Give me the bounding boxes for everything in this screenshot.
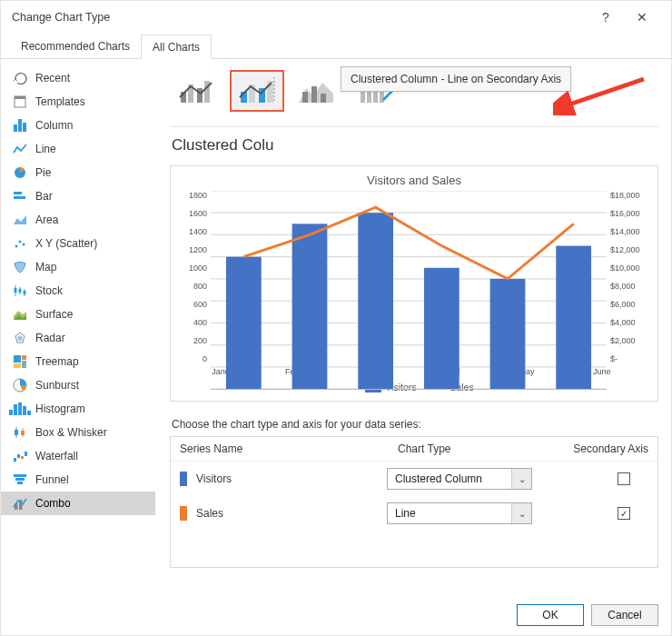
series-chart-type-select[interactable]: Clustered Column⌄ bbox=[387, 468, 532, 490]
chart-type-icon bbox=[12, 259, 28, 275]
svg-rect-14 bbox=[24, 291, 26, 294]
series-swatch bbox=[180, 472, 187, 486]
series-name: Visitors bbox=[196, 472, 360, 485]
combo-subtype-3[interactable] bbox=[290, 70, 344, 112]
chart-type-icon bbox=[12, 353, 28, 370]
chart-type-icon bbox=[12, 424, 28, 441]
cancel-button[interactable]: Cancel bbox=[591, 604, 658, 626]
svg-rect-34 bbox=[17, 482, 23, 484]
sidebar-item-label: Surface bbox=[35, 308, 73, 321]
chart-type-icon bbox=[12, 164, 28, 181]
sidebar-item-label: Column bbox=[35, 119, 73, 132]
sidebar-item-bar[interactable]: Bar bbox=[1, 184, 155, 208]
sidebar-item-histogram[interactable]: Histogram bbox=[1, 397, 155, 421]
svg-line-56 bbox=[564, 79, 644, 106]
chart-type-icon bbox=[12, 401, 28, 417]
chart-title: Visitors and Sales bbox=[180, 174, 648, 187]
dialog-footer: OK Cancel bbox=[1, 595, 671, 635]
chart-type-icon bbox=[12, 141, 28, 157]
chart-type-icon bbox=[12, 330, 28, 346]
svg-marker-18 bbox=[17, 335, 23, 341]
titlebar: Change Chart Type ? ✕ bbox=[1, 1, 671, 34]
sidebar-item-label: X Y (Scatter) bbox=[35, 237, 97, 250]
dialog-body: RecentTemplatesColumnLinePieBarAreaX Y (… bbox=[1, 59, 671, 595]
svg-rect-25 bbox=[15, 430, 18, 435]
subtype-tooltip: Clustered Column - Line on Secondary Axi… bbox=[341, 66, 571, 92]
sidebar-item-treemap[interactable]: Treemap bbox=[1, 350, 155, 373]
sidebar-item-templates[interactable]: Templates bbox=[1, 90, 155, 114]
sidebar-item-label: Map bbox=[35, 261, 56, 273]
chart-type-icon bbox=[12, 117, 28, 134]
chart-type-icon bbox=[12, 306, 28, 323]
sidebar-item-stock[interactable]: Stock bbox=[1, 279, 155, 303]
sidebar-item-label: Radar bbox=[35, 332, 65, 344]
svg-rect-49 bbox=[321, 94, 326, 103]
tab-recommended-charts[interactable]: Recommended Charts bbox=[10, 35, 141, 59]
chevron-down-icon: ⌄ bbox=[511, 469, 531, 489]
series-config-box: Series Name Chart Type Secondary Axis Vi… bbox=[170, 436, 658, 568]
sidebar-item-funnel[interactable]: Funnel bbox=[1, 468, 155, 492]
chart-type-icon bbox=[12, 472, 28, 488]
sidebar-item-waterfall[interactable]: Waterfall bbox=[1, 444, 155, 468]
svg-rect-4 bbox=[14, 196, 25, 199]
sidebar-item-box-whisker[interactable]: Box & Whisker bbox=[1, 421, 155, 444]
svg-rect-52 bbox=[373, 92, 378, 103]
sidebar-item-label: Histogram bbox=[35, 402, 85, 415]
svg-rect-22 bbox=[14, 363, 21, 368]
secondary-axis-checkbox[interactable] bbox=[618, 472, 630, 485]
svg-point-7 bbox=[19, 241, 22, 243]
svg-rect-72 bbox=[556, 246, 591, 389]
sidebar-item-label: Bar bbox=[35, 190, 53, 203]
help-button[interactable]: ? bbox=[588, 5, 624, 30]
sidebar-item-pie[interactable]: Pie bbox=[1, 161, 155, 184]
svg-rect-70 bbox=[424, 268, 460, 389]
sidebar-item-area[interactable]: Area bbox=[1, 208, 155, 232]
window-title: Change Chart Type bbox=[12, 11, 588, 24]
tab-all-charts[interactable]: All Charts bbox=[141, 35, 212, 59]
sidebar-item-surface[interactable]: Surface bbox=[1, 303, 155, 326]
chart-type-icon bbox=[12, 188, 28, 204]
series-row-visitors: VisitorsClustered Column⌄ bbox=[171, 462, 657, 496]
sidebar-item-radar[interactable]: Radar bbox=[1, 326, 155, 350]
chart-category-sidebar: RecentTemplatesColumnLinePieBarAreaX Y (… bbox=[1, 59, 155, 595]
chart-preview[interactable]: Visitors and Sales 180016001400120010008… bbox=[170, 165, 658, 402]
combo-subtype-2[interactable]: Clustered Column - Line on Secondary Axi… bbox=[230, 70, 284, 112]
sidebar-item-label: Box & Whisker bbox=[35, 426, 107, 439]
svg-rect-19 bbox=[14, 355, 21, 363]
svg-rect-67 bbox=[226, 257, 262, 389]
sidebar-item-map[interactable]: Map bbox=[1, 255, 155, 279]
sidebar-item-combo[interactable]: Combo bbox=[1, 492, 155, 515]
close-button[interactable]: ✕ bbox=[624, 5, 660, 30]
combo-subtype-1[interactable] bbox=[170, 70, 224, 112]
chart-type-icon bbox=[12, 94, 28, 110]
sidebar-item-column[interactable]: Column bbox=[1, 114, 155, 137]
secondary-axis-checkbox[interactable]: ✓ bbox=[618, 507, 630, 520]
chart-type-icon bbox=[12, 235, 28, 252]
sidebar-item-sunburst[interactable]: Sunburst bbox=[1, 373, 155, 397]
svg-rect-48 bbox=[311, 86, 317, 103]
sidebar-item-label: Stock bbox=[35, 284, 63, 297]
series-name: Sales bbox=[196, 507, 360, 520]
series-swatch bbox=[180, 506, 187, 521]
chart-config-panel: Clustered Column - Line on Secondary Axi… bbox=[155, 59, 671, 595]
svg-rect-31 bbox=[25, 452, 27, 456]
svg-rect-32 bbox=[14, 474, 26, 477]
sidebar-item-label: Funnel bbox=[35, 473, 69, 486]
ok-button[interactable]: OK bbox=[517, 604, 584, 626]
sidebar-item-line[interactable]: Line bbox=[1, 137, 155, 161]
svg-rect-21 bbox=[22, 361, 26, 368]
sidebar-item-label: Sunburst bbox=[35, 379, 79, 392]
svg-rect-69 bbox=[358, 213, 393, 389]
svg-rect-47 bbox=[302, 92, 308, 103]
sidebar-item-recent[interactable]: Recent bbox=[1, 66, 155, 90]
svg-rect-30 bbox=[21, 456, 24, 459]
sidebar-item-label: Treemap bbox=[35, 355, 79, 368]
chart-type-icon bbox=[12, 212, 28, 228]
chart-type-icon bbox=[12, 283, 28, 299]
sidebar-item-x-y-scatter-[interactable]: X Y (Scatter) bbox=[1, 232, 155, 255]
sidebar-item-label: Recent bbox=[35, 72, 70, 84]
series-chart-type-select[interactable]: Line⌄ bbox=[387, 502, 532, 524]
series-header: Series Name Chart Type Secondary Axis bbox=[171, 437, 657, 462]
svg-point-8 bbox=[23, 243, 25, 246]
svg-rect-29 bbox=[17, 454, 20, 458]
